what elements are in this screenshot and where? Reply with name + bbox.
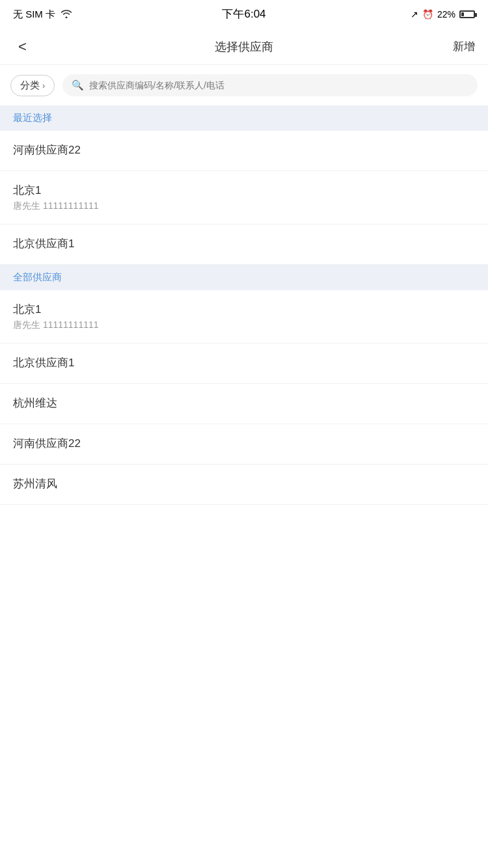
item-name: 杭州维达 [13,396,475,411]
status-time: 下午6:04 [222,7,265,21]
filter-bar: 分类 › 🔍 [0,65,488,105]
status-right: ↗ ⏰ 22% [411,9,475,20]
item-sub: 唐先生 11111111111 [13,200,475,212]
category-label: 分类 [20,79,40,92]
list-item[interactable]: 北京供应商1 [0,344,488,384]
item-sub: 唐先生 11111111111 [13,319,475,331]
list-item[interactable]: 北京1唐先生 11111111111 [0,290,488,344]
list-item[interactable]: 杭州维达 [0,384,488,424]
list-item[interactable]: 河南供应商22 [0,424,488,465]
category-filter-button[interactable]: 分类 › [10,75,55,96]
item-name: 苏州清风 [13,476,475,491]
all-items-list: 北京1唐先生 11111111111北京供应商1杭州维达河南供应商22苏州清风 [0,290,488,505]
list-item[interactable]: 北京供应商1 [0,224,488,265]
item-name: 北京供应商1 [13,236,475,251]
nav-bar: < 选择供应商 新增 [0,29,488,65]
search-icon: 🔍 [72,79,84,91]
recent-section-label: 最近选择 [13,112,52,123]
item-name: 北京1 [13,302,475,317]
battery-icon [459,10,475,18]
item-name: 河南供应商22 [13,142,475,157]
search-input[interactable] [89,80,468,90]
all-section-label: 全部供应商 [13,271,62,282]
back-button[interactable]: < [13,33,32,61]
item-name: 河南供应商22 [13,436,475,451]
add-new-button[interactable]: 新增 [453,39,475,54]
chevron-right-icon: › [42,81,45,90]
all-section-header: 全部供应商 [0,265,488,290]
location-icon: ↗ [411,9,418,20]
no-sim-text: 无 SIM 卡 [13,8,55,21]
item-name: 北京1 [13,183,475,198]
recent-items-list: 河南供应商22北京1唐先生 11111111111北京供应商1 [0,131,488,265]
list-item[interactable]: 河南供应商22 [0,131,488,171]
status-left: 无 SIM 卡 [13,8,72,21]
page-title: 选择供应商 [215,39,273,55]
item-name: 北京供应商1 [13,355,475,370]
wifi-icon [61,9,72,20]
status-bar: 无 SIM 卡 下午6:04 ↗ ⏰ 22% [0,0,488,29]
list-item[interactable]: 北京1唐先生 11111111111 [0,171,488,224]
list-item[interactable]: 苏州清风 [0,465,488,505]
battery-percent: 22% [437,9,455,20]
recent-section-header: 最近选择 [0,105,488,131]
search-box[interactable]: 🔍 [62,74,478,96]
alarm-icon: ⏰ [422,9,433,20]
